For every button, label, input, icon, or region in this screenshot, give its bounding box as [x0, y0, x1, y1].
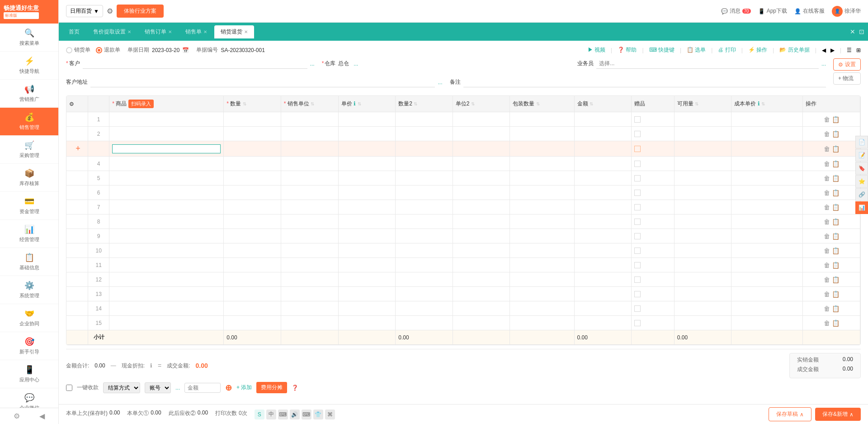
column-settings-icon[interactable]: ⚙ — [69, 101, 74, 107]
customer-dots-btn[interactable]: ... — [310, 61, 315, 67]
video-btn[interactable]: ▶ 视频 — [588, 46, 605, 54]
right-float-icon-3[interactable]: 🔖 — [855, 162, 868, 175]
delete-row-14-icon[interactable]: 🗑 — [824, 305, 830, 312]
add-payment-btn[interactable]: ⊕ — [225, 383, 232, 393]
maximize-icon[interactable]: ⊡ — [859, 28, 864, 35]
row-sale-unit-3[interactable] — [281, 141, 338, 157]
delete-row-11-icon[interactable]: 🗑 — [824, 262, 830, 269]
industry-select[interactable]: 日用百货 ▼ — [66, 5, 103, 17]
next-record-icon[interactable]: ▶ — [830, 47, 835, 53]
one-click-payment-checkbox[interactable] — [66, 385, 72, 391]
user-profile[interactable]: 👤 徐泽华 — [832, 6, 861, 17]
delete-row-5-icon[interactable]: 🗑 — [824, 175, 830, 182]
amount-sort-icon[interactable]: ⇅ — [590, 101, 593, 106]
row-unit2-2[interactable] — [453, 127, 509, 141]
delete-row-4-icon[interactable]: 🗑 — [824, 160, 830, 167]
amount-input[interactable] — [184, 383, 221, 393]
delete-row-15-icon[interactable]: 🗑 — [824, 319, 830, 327]
copy-row-4-icon[interactable]: 📋 — [832, 160, 840, 167]
gift-checkbox-12[interactable] — [634, 276, 641, 283]
row-package-qty-2[interactable] — [510, 127, 574, 141]
operations-btn[interactable]: ⚡ 操作 — [748, 46, 767, 54]
sidebar-item-sales[interactable]: 💰 销售管理 — [0, 108, 58, 136]
row-qty2-2[interactable] — [396, 127, 453, 141]
scan-input-btn[interactable]: 扫码录入 — [128, 100, 154, 108]
available-sort-icon[interactable]: ⇅ — [695, 101, 698, 106]
copy-row-1-icon[interactable]: 📋 — [832, 116, 840, 123]
address-input[interactable] — [90, 77, 435, 87]
gift-checkbox-6[interactable] — [634, 190, 641, 196]
copy-row-9-icon[interactable]: 📋 — [832, 233, 840, 240]
sidebar-item-operations[interactable]: 📊 经营管理 — [0, 220, 58, 248]
tab-sale-delivery[interactable]: 销售单 ✕ — [179, 25, 213, 38]
row-quantity-2[interactable] — [224, 127, 281, 141]
copy-row-10-icon[interactable]: 📋 — [832, 247, 840, 254]
calendar-icon[interactable]: 📅 — [182, 47, 189, 53]
package-sort-icon[interactable]: ⇅ — [536, 101, 540, 106]
right-float-icon-5[interactable]: 🔗 — [855, 188, 868, 201]
copy-row-13-icon[interactable]: 📋 — [832, 291, 840, 298]
gift-checkbox-13[interactable] — [634, 291, 641, 297]
address-dots-btn[interactable]: ... — [438, 79, 442, 86]
topbar-settings-icon[interactable]: ⚙ — [107, 7, 113, 15]
history-btn[interactable]: 📂 历史单据 — [779, 46, 809, 54]
delete-row-9-icon[interactable]: 🗑 — [824, 233, 830, 240]
delete-row-3-icon[interactable]: 🗑 — [824, 145, 830, 152]
cost-unit-info-icon[interactable]: ℹ — [758, 100, 760, 107]
delete-row-10-icon[interactable]: 🗑 — [824, 247, 830, 254]
unit2-sort-icon[interactable]: ⇅ — [471, 101, 475, 106]
copy-row-15-icon[interactable]: 📋 — [832, 319, 840, 327]
row-package-qty-1[interactable] — [510, 112, 574, 127]
row-available-1[interactable] — [674, 112, 731, 127]
sidebar-item-quick-nav[interactable]: ⚡ 快捷导航 — [0, 52, 58, 80]
fee-split-btn[interactable]: 费用分摊 — [256, 382, 287, 393]
copy-row-14-icon[interactable]: 📋 — [832, 305, 840, 312]
copy-row-7-icon[interactable]: 📋 — [832, 204, 840, 211]
tab-sale-order-close[interactable]: ✕ — [168, 29, 172, 34]
gift-checkbox-11[interactable] — [634, 262, 641, 268]
add-payment-label[interactable]: + 添加 — [236, 384, 252, 391]
sidebar-item-guide[interactable]: 🎯 新手引导 — [0, 332, 58, 360]
tab-home[interactable]: 首页 — [62, 25, 86, 38]
copy-row-12-icon[interactable]: 📋 — [832, 276, 840, 283]
row-package-qty-3[interactable] — [510, 141, 574, 157]
app-download-item[interactable]: 📱 App下载 — [758, 7, 787, 15]
row-unit2-3[interactable] — [453, 141, 509, 157]
radio-sale-delivery[interactable]: 销货单 — [66, 46, 90, 54]
row-amount-3[interactable] — [574, 141, 631, 157]
row-amount-1[interactable] — [574, 112, 631, 127]
online-service-item[interactable]: 👤 在线客服 — [794, 7, 825, 15]
remark-input[interactable] — [463, 77, 826, 87]
row-available-2[interactable] — [674, 127, 731, 141]
account-select[interactable]: 账号 — [145, 382, 171, 393]
row-cost-2[interactable] — [731, 127, 803, 141]
gift-checkbox-5[interactable] — [634, 175, 641, 181]
row-sale-unit-2[interactable] — [281, 127, 338, 141]
shortcut-btn[interactable]: ⌨ 快捷键 — [649, 46, 675, 54]
qty2-sort-icon[interactable]: ⇅ — [414, 101, 417, 106]
tab-sale-price-close[interactable]: ✕ — [127, 29, 131, 34]
cash-discount-info-icon[interactable]: ℹ — [150, 362, 152, 369]
sidebar-item-basic-info[interactable]: 📋 基础信息 — [0, 248, 58, 276]
gift-checkbox-2[interactable] — [634, 131, 641, 137]
salesperson-input[interactable] — [596, 58, 819, 69]
delete-row-7-icon[interactable]: 🗑 — [824, 204, 830, 211]
gift-checkbox-8[interactable] — [634, 219, 641, 225]
row-cost-1[interactable] — [731, 112, 803, 127]
row-product-2[interactable] — [109, 127, 224, 141]
account-dots-btn[interactable]: ... — [175, 385, 180, 391]
add-row-btn[interactable]: + — [75, 144, 80, 153]
close-all-tabs-icon[interactable]: ✕ — [850, 28, 855, 35]
tab-sale-return-close[interactable]: ✕ — [244, 29, 248, 34]
quantity-sort-icon[interactable]: ⇅ — [243, 101, 246, 106]
gift-checkbox-1[interactable] — [634, 116, 641, 123]
delete-row-12-icon[interactable]: 🗑 — [824, 276, 830, 283]
row-unit-price-2[interactable] — [338, 127, 395, 141]
row-unit-price-1[interactable] — [338, 112, 395, 127]
delete-row-2-icon[interactable]: 🗑 — [824, 130, 830, 138]
save-new-btn[interactable]: 保存&新增 ∧ — [815, 408, 861, 421]
row-product-3[interactable] — [109, 141, 224, 157]
gift-checkbox-15[interactable] — [634, 320, 641, 326]
copy-row-8-icon[interactable]: 📋 — [832, 218, 840, 225]
right-float-icon-1[interactable]: 📄 — [855, 136, 868, 148]
